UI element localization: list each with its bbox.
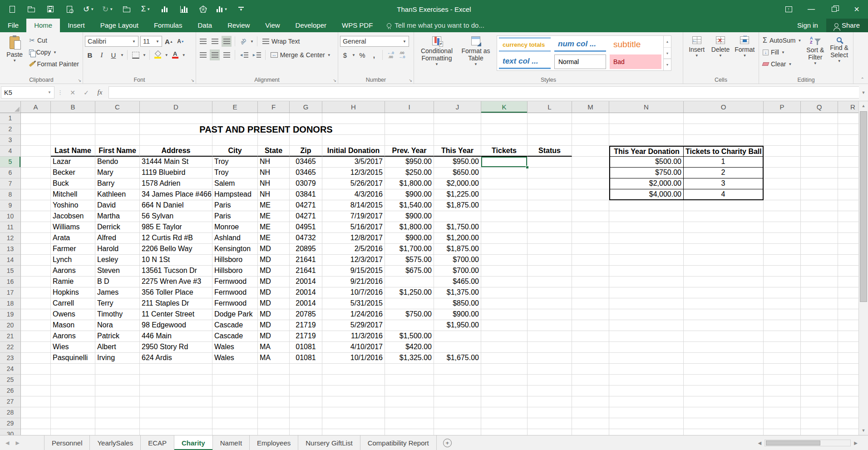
borders-button[interactable]	[131, 49, 141, 60]
cell-E9[interactable]: Paris	[212, 200, 258, 211]
cell-A19[interactable]	[21, 309, 51, 320]
cell-H7[interactable]: 5/26/2017	[322, 178, 385, 189]
row-header-19[interactable]: 19	[0, 309, 21, 320]
cell-B26[interactable]	[51, 386, 95, 396]
cell-L6[interactable]	[528, 168, 572, 178]
accounting-dropdown-arrow[interactable]: ▼	[352, 53, 355, 57]
cell-K17[interactable]	[481, 287, 528, 298]
minimize-button[interactable]: —	[800, 0, 823, 18]
cell-F28[interactable]	[258, 407, 290, 418]
cell-F17[interactable]: MD	[258, 287, 290, 298]
cell-A15[interactable]	[21, 266, 51, 277]
cell-R6[interactable]	[838, 168, 858, 178]
row-header-14[interactable]: 14	[0, 255, 21, 266]
cell-C15[interactable]: Steven	[95, 266, 140, 277]
cell-A16[interactable]	[21, 277, 51, 287]
cell-H17[interactable]: 10/7/2016	[322, 287, 385, 298]
cell-N14[interactable]	[609, 255, 684, 266]
cell-H20[interactable]: 5/29/2017	[322, 320, 385, 331]
cell-E28[interactable]	[212, 407, 258, 418]
cell-I4[interactable]: Prev. Year	[385, 146, 434, 157]
cell-D21[interactable]: 446 Main	[140, 331, 212, 342]
cell-L18[interactable]	[528, 298, 572, 309]
cell-H27[interactable]	[322, 396, 385, 407]
cell-D27[interactable]	[140, 396, 212, 407]
cell-K24[interactable]	[481, 364, 528, 375]
cell-D9[interactable]: 664 N Daniel	[140, 200, 212, 211]
cell-K6[interactable]	[481, 168, 528, 178]
cell-J13[interactable]: $1,875.00	[434, 244, 481, 255]
cell-R22[interactable]	[838, 342, 858, 353]
cell-P20[interactable]	[764, 320, 801, 331]
cell-K5[interactable]	[481, 157, 528, 168]
cell-D16[interactable]: 2275 Wren Ave #3	[140, 277, 212, 287]
cell-L20[interactable]	[528, 320, 572, 331]
cell-N4[interactable]: This Year Donation	[609, 146, 684, 157]
cell-M7[interactable]	[572, 178, 609, 189]
next-sheet-arrow[interactable]: ▶	[15, 440, 19, 446]
cell-A22[interactable]	[21, 342, 51, 353]
cell-Q10[interactable]	[801, 211, 838, 222]
copy-button[interactable]: Copy▼	[27, 46, 81, 58]
cell-Q5[interactable]	[801, 157, 838, 168]
decrease-font-button[interactable]: A▼	[176, 36, 186, 47]
horizontal-scrollbar[interactable]: ◀ ▶	[756, 435, 868, 450]
insert-function-button[interactable]: fx	[93, 89, 107, 96]
cell-D25[interactable]	[140, 375, 212, 386]
column-header-R[interactable]: R	[838, 101, 858, 113]
align-top-button[interactable]	[198, 36, 208, 47]
cell-J24[interactable]	[434, 364, 481, 375]
cell-F11[interactable]: ME	[258, 222, 290, 233]
cell-A7[interactable]	[21, 178, 51, 189]
cell-C18[interactable]: Terry	[95, 298, 140, 309]
tab-data[interactable]: Data	[190, 19, 220, 32]
cell-F4[interactable]: State	[258, 146, 290, 157]
cell-O27[interactable]	[684, 396, 764, 407]
cell-L12[interactable]	[528, 233, 572, 244]
cell-J23[interactable]: $1,675.00	[434, 353, 481, 364]
cell-C10[interactable]: Martha	[95, 211, 140, 222]
cell-F1[interactable]	[258, 113, 290, 124]
sheet-tab-compatibility-report[interactable]: Compatibility Report	[360, 435, 437, 450]
cell-H13[interactable]: 2/5/2016	[322, 244, 385, 255]
cell-I15[interactable]: $675.00	[385, 266, 434, 277]
cell-I27[interactable]	[385, 396, 434, 407]
cell-K15[interactable]	[481, 266, 528, 277]
cell-C30[interactable]	[95, 429, 140, 435]
row-header-8[interactable]: 8	[0, 189, 21, 200]
cell-J15[interactable]: $700.00	[434, 266, 481, 277]
cell-C12[interactable]: Alfred	[95, 233, 140, 244]
cell-J6[interactable]: $650.00	[434, 168, 481, 178]
cell-L30[interactable]	[528, 429, 572, 435]
format-dropdown-arrow[interactable]: ▼	[743, 54, 746, 58]
cell-G7[interactable]: 03079	[290, 178, 322, 189]
cell-P13[interactable]	[764, 244, 801, 255]
cell-J26[interactable]	[434, 386, 481, 396]
cell-C7[interactable]: Barry	[95, 178, 140, 189]
cell-D10[interactable]: 56 Sylvan	[140, 211, 212, 222]
accounting-format-button[interactable]: $	[340, 49, 350, 60]
cell-F21[interactable]: MD	[258, 331, 290, 342]
cell-Q17[interactable]	[801, 287, 838, 298]
column-header-L[interactable]: L	[528, 101, 572, 113]
cell-R8[interactable]	[838, 189, 858, 200]
cell-G16[interactable]: 20014	[290, 277, 322, 287]
autosum-dropdown-arrow[interactable]: ▼	[798, 39, 801, 43]
cell-D30[interactable]	[140, 429, 212, 435]
cell-N7[interactable]: $2,000.00	[609, 178, 684, 189]
cell-K12[interactable]	[481, 233, 528, 244]
cell-E17[interactable]: Fernwood	[212, 287, 258, 298]
orientation-dropdown-arrow[interactable]: ▼	[250, 40, 254, 44]
cell-Q24[interactable]	[801, 364, 838, 375]
cell-B15[interactable]: Aarons	[51, 266, 95, 277]
cell-C17[interactable]: James	[95, 287, 140, 298]
cell-H6[interactable]: 12/3/2015	[322, 168, 385, 178]
cell-B5[interactable]: Lazar	[51, 157, 95, 168]
cell-B3[interactable]	[51, 135, 95, 146]
cell-L11[interactable]	[528, 222, 572, 233]
cell-F25[interactable]	[258, 375, 290, 386]
cell-P22[interactable]	[764, 342, 801, 353]
format-painter-button[interactable]: Format Painter	[27, 58, 81, 70]
cell-O23[interactable]	[684, 353, 764, 364]
cell-P27[interactable]	[764, 396, 801, 407]
